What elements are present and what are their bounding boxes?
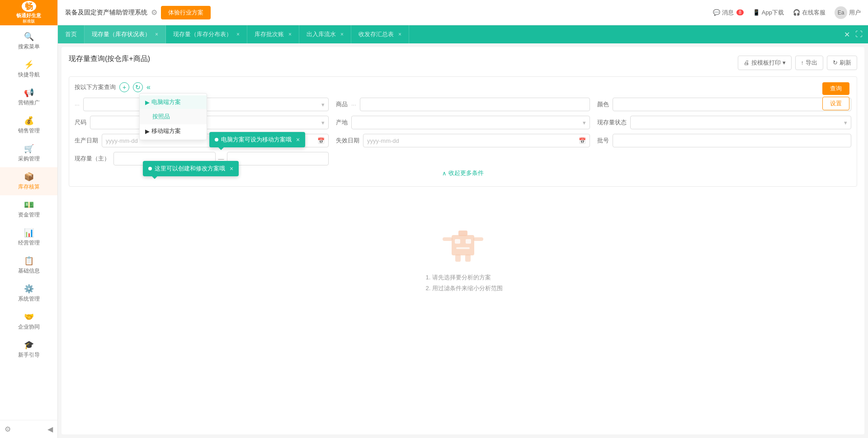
tab-close-inventory-dist[interactable]: × xyxy=(236,31,240,38)
filter-expire-date-input[interactable]: yyyy-mm-dd 📅 xyxy=(363,134,590,147)
tab-close-batch[interactable]: × xyxy=(288,31,292,38)
trial-button[interactable]: 体验行业方案 xyxy=(161,6,211,19)
print-icon: 🖨 xyxy=(744,59,750,66)
filter-color-select[interactable]: ▾ xyxy=(613,98,851,111)
headset-icon: 🎧 xyxy=(793,9,800,16)
sidebar-item-inventory-label: 库存核算 xyxy=(18,183,40,191)
sidebar-item-search[interactable]: 🔍 搜索菜单 xyxy=(0,27,57,55)
expire-date-placeholder: yyyy-mm-dd xyxy=(367,137,399,144)
finance-icon: 💵 xyxy=(24,200,34,210)
user-item[interactable]: Ea 用户 xyxy=(835,6,861,19)
system-name: 装备及固定资产辅助管理系统 xyxy=(65,9,147,17)
produce-date-label: 生产日期 xyxy=(75,137,98,145)
tooltip-dot-2 xyxy=(148,167,152,170)
online-support-item[interactable]: 🎧 在线客服 xyxy=(793,9,826,17)
svg-rect-8 xyxy=(465,254,471,262)
triangle-right-icon: ▶ xyxy=(145,128,150,135)
sidebar-item-system[interactable]: ⚙️ 系统管理 xyxy=(0,279,57,307)
tab-bar: 首页 现存量（库存状况表） × 现存量（库存分布表） × 库存批次账 × 出入库… xyxy=(58,25,868,43)
filter-item-color: 颜色 ▾ xyxy=(597,98,851,111)
main-content: 现存量查询(按仓库+商品) 🖨 按模板打印 ▾ ↑ 导出 ↻ 刷新 xyxy=(58,43,868,438)
quicknav-icon: ⚡ xyxy=(24,60,34,70)
tooltip-close-2[interactable]: × xyxy=(230,165,233,172)
tab-flow-label: 出入库流水 xyxy=(307,30,336,38)
sidebar-item-sales[interactable]: 💰 销售管理 xyxy=(0,111,57,139)
logo-icon: 畅 xyxy=(22,1,36,12)
system-icon: ⚙️ xyxy=(24,284,34,294)
tooltip-close-1[interactable]: × xyxy=(296,136,300,143)
sidebar-item-quicknav[interactable]: ⚡ 快捷导航 xyxy=(0,55,57,83)
settings-icon[interactable]: ⚙ xyxy=(151,8,157,17)
chevron-down-icon-3: ▾ xyxy=(321,119,325,126)
collapse-up-icon: ∧ xyxy=(442,170,447,177)
filter-dots-1: ··· xyxy=(75,101,80,108)
tab-close-all-icon[interactable]: ✕ xyxy=(844,30,850,39)
refresh-button[interactable]: ↻ 刷新 xyxy=(827,56,857,70)
tab-summary[interactable]: 收发存汇总表 × xyxy=(351,25,409,43)
print-button[interactable]: 🖨 按模板打印 ▾ xyxy=(738,56,792,70)
svg-rect-3 xyxy=(456,247,470,249)
tab-close-summary[interactable]: × xyxy=(398,31,401,38)
filter-goods-input[interactable] xyxy=(360,98,590,111)
svg-rect-1 xyxy=(455,239,460,244)
batch-label: 批号 xyxy=(597,137,609,145)
messages-item[interactable]: 💬 消息 8 xyxy=(713,9,744,17)
tab-fullscreen-icon[interactable]: ⛶ xyxy=(855,30,863,38)
produce-date-placeholder: yyyy-mm-dd xyxy=(106,137,138,144)
sidebar-item-finance[interactable]: 💵 资金管理 xyxy=(0,195,57,223)
print-dropdown-icon: ▾ xyxy=(783,59,786,66)
filter-origin-select[interactable]: ▾ xyxy=(351,116,590,129)
tab-inventory-status[interactable]: 现存量（库存状况表） × xyxy=(85,25,166,43)
tab-home[interactable]: 首页 xyxy=(58,25,85,43)
filter-batch-input[interactable] xyxy=(613,134,851,147)
page-header: 现存量查询(按仓库+商品) 🖨 按模板打印 ▾ ↑ 导出 ↻ 刷新 xyxy=(69,54,857,71)
tab-inventory-dist[interactable]: 现存量（库存分布表） × xyxy=(166,25,247,43)
sidebar-item-management[interactable]: 📊 经营管理 xyxy=(0,223,57,251)
filter-item-origin: 产地 ▾ xyxy=(336,116,590,129)
filter-item-stock-status: 现存量状态 ▾ xyxy=(597,116,851,129)
management-icon: 📊 xyxy=(24,228,34,238)
schema-desktop-sub-item[interactable]: 按照品 xyxy=(152,111,201,122)
tab-batch-label: 库存批次账 xyxy=(255,30,284,38)
tab-inventory-dist-label: 现存量（库存分布表） xyxy=(173,30,232,38)
search-button[interactable]: 查询 xyxy=(822,82,849,95)
filter-item-goods: 商品 ··· xyxy=(336,98,590,111)
tooltip-text-1: 电脑方案可设为移动方案哦 xyxy=(221,136,292,144)
schema-mobile-item[interactable]: ▶ 移动端方案 xyxy=(140,124,207,138)
tab-batch[interactable]: 库存批次账 × xyxy=(247,25,299,43)
online-support-label: 在线客服 xyxy=(802,9,826,17)
filter-size-select[interactable]: ▾ xyxy=(90,116,329,129)
expire-date-label: 失效日期 xyxy=(336,137,359,145)
sidebar-item-guide[interactable]: 🎓 新手引导 xyxy=(0,335,57,363)
messages-label: 消息 xyxy=(722,9,734,17)
setting-button[interactable]: 设置 xyxy=(822,97,849,110)
sidebar-item-cooperation-label: 企业协同 xyxy=(18,323,40,331)
tab-flow[interactable]: 出入库流水 × xyxy=(299,25,351,43)
sidebar-item-quicknav-label: 快捷导航 xyxy=(18,71,40,79)
export-icon: ↑ xyxy=(801,59,804,66)
filter-stock-status-select[interactable]: ▾ xyxy=(630,116,851,129)
sidebar-item-basic[interactable]: 📋 基础信息 xyxy=(0,251,57,279)
triangle-icon: ▶ xyxy=(145,99,150,106)
sidebar-item-basic-label: 基础信息 xyxy=(18,267,40,275)
filter-area: 按以下方案查询 + ↻ « ▶ 电脑端方案 按照品 ▶ 移动端方案 xyxy=(69,76,857,187)
collapse-sidebar-icon[interactable]: ◀ xyxy=(47,425,53,433)
filter-edit-button[interactable]: ↻ xyxy=(133,82,143,92)
export-button[interactable]: ↑ 导出 xyxy=(795,56,824,70)
svg-rect-2 xyxy=(466,239,471,244)
stock-qty-max-input[interactable] xyxy=(227,152,329,165)
app-download-item[interactable]: 📱 App下载 xyxy=(753,9,784,17)
filter-arrow-button[interactable]: « xyxy=(146,83,151,91)
sidebar-item-cooperation[interactable]: 🤝 企业协同 xyxy=(0,307,57,335)
tab-close-flow[interactable]: × xyxy=(340,31,344,38)
tab-close-inventory-status[interactable]: × xyxy=(155,31,158,38)
schema-desktop-item[interactable]: ▶ 电脑端方案 xyxy=(140,95,207,109)
sidebar-item-inventory[interactable]: 📦 库存核算 xyxy=(0,167,57,195)
purchase-icon: 🛒 xyxy=(24,144,34,154)
filter-add-button[interactable]: + xyxy=(119,82,129,92)
settings-footer-icon[interactable]: ⚙ xyxy=(5,425,11,433)
svg-rect-5 xyxy=(443,237,453,241)
sidebar-item-marketing[interactable]: 📢 营销推广 xyxy=(0,83,57,111)
sidebar-item-purchase[interactable]: 🛒 采购管理 xyxy=(0,139,57,167)
user-label: 用户 xyxy=(849,9,861,17)
